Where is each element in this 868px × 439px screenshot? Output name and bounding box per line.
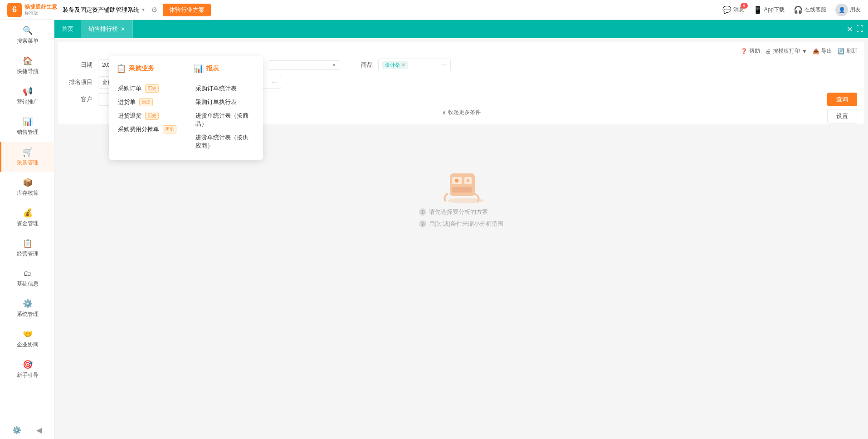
salesperson-dots: ···: [271, 78, 277, 86]
goods-tag-remove[interactable]: ✕: [401, 62, 405, 68]
purchase-order-stats-item[interactable]: 采购订单统计表: [194, 82, 256, 95]
purchase-order-stats-label: 采购订单统计表: [195, 84, 237, 93]
sidebar-item-newbie[interactable]: 🎯 新手引导: [0, 354, 54, 385]
purchase-expense-badge: 历史: [163, 125, 176, 133]
help-btn[interactable]: ❓ 帮助: [741, 47, 760, 55]
doc-status-chevron: ▼: [332, 63, 336, 68]
rank-item-label: 排名项目: [65, 78, 93, 86]
date-label: 日期: [65, 61, 93, 69]
sidebar-collapse-btn[interactable]: ◀: [36, 426, 42, 434]
purchase-order-exec-item[interactable]: 采购订单执行表: [194, 95, 256, 109]
industry-button[interactable]: 体验行业方案: [163, 4, 211, 16]
message-action[interactable]: 💬 消息 9: [722, 5, 744, 14]
svg-rect-1: [450, 173, 475, 196]
empty-icon-area: [439, 164, 484, 201]
tab-home-label: 首页: [62, 25, 73, 33]
app-download-icon: 📱: [753, 5, 762, 14]
goods-field[interactable]: 设计桑 ✕ ···: [378, 59, 451, 71]
setting-button[interactable]: 设置: [827, 109, 857, 123]
app-container: 6 畅捷通好生意 标准版 装备及固定资产辅助管理系统 ▼ ⚙ 体验行业方案 💬 …: [0, 0, 868, 439]
user-avatar: 👤: [835, 4, 848, 16]
sidebar-item-enterprise[interactable]: 🤝 企业协同: [0, 324, 54, 354]
sidebar-label-basic-info: 基础信息: [17, 280, 39, 288]
purchase-receipt-label: 进货单: [118, 98, 136, 106]
sidebar-item-sales[interactable]: 📊 销售管理: [0, 111, 54, 142]
purchase-business-section: 📋 采购业务 采购订单 历史 进货单 历史 进货退货: [116, 64, 179, 153]
app-download-action[interactable]: 📱 App下载: [753, 5, 785, 14]
logo-main: 畅捷通好生意: [24, 4, 57, 10]
tab-actions: ✕ ⛶: [842, 25, 868, 34]
purchase-expense-label: 采购费用分摊单: [118, 125, 159, 133]
print-btn[interactable]: 🖨 按模板打印 ▼: [766, 47, 807, 55]
doc-status-field[interactable]: ▼: [268, 60, 340, 70]
svg-rect-4: [452, 187, 472, 192]
purchase-supplier-stats-item[interactable]: 进货单统计表（按供应商）: [194, 131, 256, 153]
report-section-title: 📊 报表: [194, 64, 256, 76]
sidebar-label-quick-nav: 快捷导航: [17, 68, 39, 75]
sidebar: 🔍 搜索菜单 🏠 快捷导航 📢 营销推广 📊 销售管理 🛒 采购管理 📦: [0, 20, 54, 439]
logo-text: 畅捷通好生意 标准版: [24, 4, 57, 15]
tab-home[interactable]: 首页: [54, 20, 81, 38]
user-action[interactable]: 👤 用友: [835, 4, 861, 16]
sidebar-item-inventory[interactable]: 📦 库存核算: [0, 172, 54, 202]
collapse-icon: ∧: [442, 109, 446, 116]
purchase-dropdown-menu: 📋 采购业务 采购订单 历史 进货单 历史 进货退货: [109, 56, 263, 160]
collapse-btn[interactable]: ∧ 收起更多条件: [442, 109, 481, 116]
sidebar-item-system[interactable]: ⚙️ 系统管理: [0, 293, 54, 324]
sidebar-item-search[interactable]: 🔍 搜索菜单: [0, 20, 54, 50]
refresh-btn[interactable]: 🔄 刷新: [838, 47, 857, 55]
sidebar-label-inventory: 库存核算: [17, 189, 39, 197]
collapse-label: 收起更多条件: [448, 109, 481, 116]
empty-hint-1-text: 请先选择要分析的方案: [429, 208, 488, 216]
purchase-supplier-stats-label: 进货单统计表（按供应商）: [195, 133, 254, 150]
sidebar-item-operations[interactable]: 📋 经营管理: [0, 233, 54, 263]
report-section-label: 报表: [206, 64, 219, 73]
query-button[interactable]: 查询: [827, 93, 857, 106]
sidebar-item-finance[interactable]: 💰 资金管理: [0, 202, 54, 233]
business-section-title: 📋 采购业务: [116, 64, 179, 76]
purchase-receipt-item[interactable]: 进货单 历史: [116, 95, 179, 109]
tab-close-all-btn[interactable]: ✕: [847, 25, 853, 34]
online-service-icon: 🎧: [794, 5, 803, 14]
filter-action-btns: 查询 设置: [827, 93, 857, 123]
print-icon: 🖨: [766, 48, 771, 54]
empty-illustration: [439, 164, 493, 205]
tab-sales-rank-close[interactable]: ✕: [121, 26, 125, 32]
purchase-order-item[interactable]: 采购订单 历史: [116, 82, 179, 95]
system-title-arrow: ▼: [141, 7, 146, 12]
sales-icon: 📊: [23, 117, 33, 127]
purchase-goods-stats-item[interactable]: 进货单统计表（按商品）: [194, 109, 256, 131]
print-dropdown-icon: ▼: [802, 48, 807, 54]
logo-icon: 6: [7, 3, 22, 17]
user-label: 用友: [850, 6, 861, 14]
app-download-label: App下载: [764, 6, 785, 14]
purchase-order-exec-label: 采购订单执行表: [195, 98, 237, 106]
sidebar-label-operations: 经营管理: [17, 250, 39, 258]
system-settings-icon[interactable]: ⚙: [151, 5, 157, 14]
system-title: 装备及固定资产辅助管理系统: [63, 6, 139, 14]
online-service-action[interactable]: 🎧 在线客服: [794, 5, 826, 14]
finance-icon: 💰: [23, 208, 33, 218]
menu-divider: [186, 64, 186, 153]
sidebar-item-purchase[interactable]: 🛒 采购管理: [0, 142, 54, 172]
top-header-right: 💬 消息 9 📱 App下载 🎧 在线客服 👤 用友: [722, 4, 861, 16]
purchase-expense-item[interactable]: 采购费用分摊单 历史: [116, 123, 179, 136]
system-title-area[interactable]: 装备及固定资产辅助管理系统 ▼: [63, 6, 146, 14]
enterprise-icon: 🤝: [23, 329, 33, 339]
goods-tag-text: 设计桑: [385, 62, 400, 69]
export-btn[interactable]: 📤 导出: [813, 47, 832, 55]
purchase-return-item[interactable]: 进货退货 历史: [116, 109, 179, 123]
sidebar-item-basic-info[interactable]: 🗂 基础信息: [0, 263, 54, 293]
sidebar-settings-btn[interactable]: ⚙️: [12, 426, 21, 434]
goods-label: 商品: [346, 61, 373, 69]
tab-maximize-btn[interactable]: ⛶: [856, 25, 863, 33]
filter-toolbar: ❓ 帮助 🖨 按模板打印 ▼ 📤 导出 🔄: [65, 47, 857, 55]
sidebar-item-quick-nav[interactable]: 🏠 快捷导航: [0, 50, 54, 81]
sidebar-item-marketing[interactable]: 📢 营销推广: [0, 81, 54, 111]
empty-hint-2-text: 用[过滤]条件来缩小分析范围: [429, 220, 503, 228]
marketing-icon: 📢: [23, 86, 33, 96]
tab-sales-rank[interactable]: 销售排行榜 ✕: [81, 20, 133, 38]
purchase-order-badge: 历史: [145, 84, 159, 93]
home-icon: 🏠: [23, 56, 33, 66]
page-content: 📋 采购业务 采购订单 历史 进货单 历史 进货退货: [54, 38, 868, 439]
